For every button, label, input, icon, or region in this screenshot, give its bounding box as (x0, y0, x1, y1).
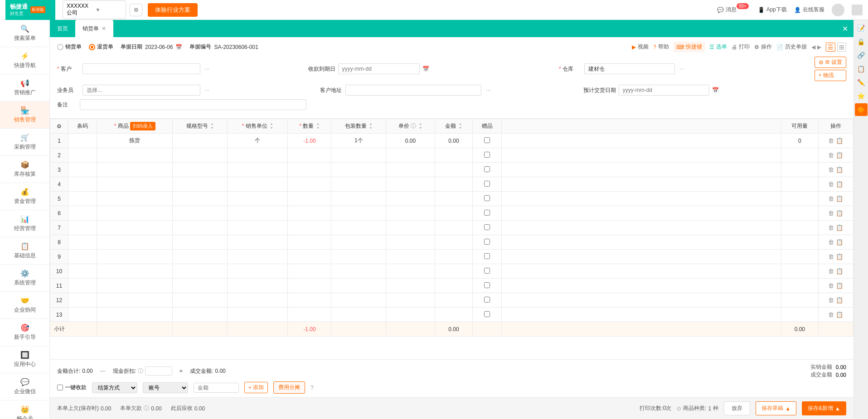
list-view-icon[interactable]: ☰ (826, 43, 835, 52)
scan-button[interactable]: 扫码录入 (130, 122, 155, 130)
expense-split-button[interactable]: 费用分摊 (273, 381, 305, 394)
close-window-icon[interactable]: ✕ (837, 24, 853, 33)
delete-row-icon[interactable]: 🗑 (828, 166, 834, 173)
save-new-dropdown-icon[interactable]: ▲ (835, 405, 840, 412)
warehouse-input[interactable] (584, 63, 675, 74)
copy-row-icon[interactable]: 📋 (836, 297, 843, 303)
price-info-icon[interactable]: ⓘ (411, 123, 416, 129)
radio-return-order[interactable]: 退货单 (89, 43, 113, 51)
customer-input[interactable] (82, 63, 200, 74)
gift-checkbox[interactable] (484, 253, 490, 259)
radio-sale-order[interactable]: 销货单 (57, 43, 82, 51)
prev-page-icon[interactable]: ◀ (811, 44, 815, 50)
sidebar-item-marketing[interactable]: 📢 营销推广 (0, 74, 49, 101)
copy-row-icon[interactable]: 📋 (836, 181, 843, 188)
gift-checkbox[interactable] (484, 239, 490, 245)
right-panel-edit-icon[interactable]: ✏️ (855, 76, 868, 89)
copy-row-icon[interactable]: 📋 (836, 282, 843, 289)
copy-row-icon[interactable]: 📋 (836, 166, 843, 173)
payment-due-input[interactable] (338, 63, 420, 74)
one-click-payment-checkbox[interactable]: 一键收款 (57, 384, 87, 391)
sidebar-item-sales[interactable]: 🏪 销售管理 (0, 101, 49, 129)
sidebar-item-operations[interactable]: 📊 经营管理 (0, 210, 49, 237)
sidebar-item-inventory[interactable]: 📦 库存核算 (0, 156, 49, 183)
app-download-button[interactable]: 📱 App下载 (758, 6, 787, 14)
delete-row-icon[interactable]: 🗑 (828, 253, 834, 260)
row-pack-qty[interactable]: 1个 (331, 134, 386, 148)
gift-checkbox[interactable] (484, 195, 490, 201)
video-btn[interactable]: ▶ 视频 (632, 43, 649, 51)
delete-row-icon[interactable]: 🗑 (828, 297, 834, 303)
copy-row-icon[interactable]: 📋 (836, 210, 843, 217)
select-btn[interactable]: ☰ 选单 (709, 43, 727, 51)
row-gift[interactable] (473, 134, 501, 148)
copy-row-icon[interactable]: 📋 (836, 268, 843, 275)
help-btn[interactable]: ? 帮助 (653, 43, 669, 51)
delete-row-icon[interactable]: 🗑 (828, 152, 834, 159)
right-panel-alert-icon[interactable]: 🔶 (855, 103, 868, 116)
user-avatar[interactable] (832, 4, 844, 16)
sidebar-item-wechat[interactable]: 💬 企业微信 (0, 373, 49, 400)
expense-info-icon[interactable]: ? (310, 385, 314, 391)
logistics-button[interactable]: + 物流 (815, 70, 846, 81)
copy-row-icon[interactable]: 📋 (836, 311, 843, 318)
row-price[interactable]: 0.00 (386, 134, 435, 148)
copy-row-icon[interactable]: 📋 (836, 137, 843, 144)
gift-checkbox[interactable] (484, 137, 490, 143)
gift-checkbox[interactable] (484, 152, 490, 158)
gift-checkbox[interactable] (484, 210, 490, 216)
copy-row-icon[interactable]: 📋 (836, 195, 843, 202)
copy-row-icon[interactable]: 📋 (836, 152, 843, 159)
right-panel-lock-icon[interactable]: 🔒 (855, 35, 868, 48)
sidebar-item-apps[interactable]: 🔲 应用中心 (0, 346, 49, 373)
remark-input[interactable] (80, 99, 306, 110)
customer-addr-input[interactable] (345, 85, 481, 96)
salesperson-input[interactable] (82, 85, 200, 96)
sidebar-item-guide[interactable]: 🎯 新手引导 (0, 319, 49, 346)
shortcut-btn[interactable]: ⌨ 快捷键 (674, 42, 705, 52)
grid-view-icon[interactable]: ⊞ (837, 43, 846, 52)
warehouse-dots-icon[interactable]: ··· (679, 66, 684, 72)
history-btn[interactable]: 📄 历史单据 (776, 43, 807, 51)
row-product[interactable]: 拣货 (97, 134, 173, 148)
online-support-button[interactable]: 👤 在线客服 (794, 6, 824, 14)
right-panel-link-icon[interactable]: 🔗 (855, 49, 868, 62)
account-select[interactable]: 账号 (143, 382, 188, 393)
gift-checkbox[interactable] (484, 297, 490, 303)
sidebar-item-member[interactable]: 👑 畅会员 (0, 400, 49, 419)
sidebar-item-quick-nav[interactable]: ⚡ 快捷导航 (0, 47, 49, 74)
th-settings[interactable]: ⚙ (50, 119, 68, 134)
right-panel-star-icon[interactable]: ⭐ (855, 90, 868, 102)
delivery-cal-icon[interactable]: 📅 (712, 87, 719, 93)
right-panel-note-icon[interactable]: 📝 (855, 22, 868, 34)
delete-row-icon[interactable]: 🗑 (828, 282, 834, 289)
action-btn[interactable]: ⚙ 操作 (754, 43, 772, 51)
payment-amount-input[interactable] (194, 383, 239, 393)
gift-checkbox[interactable] (484, 282, 490, 288)
delete-row-icon[interactable]: 🗑 (828, 224, 834, 231)
gift-checkbox[interactable] (484, 311, 490, 317)
owe-info-icon[interactable]: ⓘ (144, 405, 149, 412)
print-btn[interactable]: 🖨 打印 (732, 43, 750, 51)
copy-row-icon[interactable]: 📋 (836, 224, 843, 231)
gift-checkbox[interactable] (484, 268, 490, 274)
sidebar-item-system[interactable]: ⚙️ 系统管理 (0, 265, 49, 292)
company-selector[interactable]: XXXXXX公司 ▼ (63, 0, 126, 19)
calendar-icon[interactable]: 📅 (175, 44, 182, 50)
discount-info-icon[interactable]: ⓘ (138, 367, 143, 375)
table-settings-icon[interactable]: ⚙ (57, 123, 62, 130)
draft-dropdown-icon[interactable]: ▲ (785, 405, 790, 412)
next-page-icon[interactable]: ▶ (817, 44, 821, 50)
sidebar-item-basic[interactable]: 📋 基础信息 (0, 237, 49, 265)
row-amount[interactable]: 0.00 (435, 134, 473, 148)
row-qty[interactable]: -1.00 (288, 134, 331, 148)
delete-row-icon[interactable]: 🗑 (828, 137, 834, 144)
delete-row-icon[interactable]: 🗑 (828, 210, 834, 217)
tab-home[interactable]: 首页 (50, 20, 75, 37)
copy-row-icon[interactable]: 📋 (836, 253, 843, 260)
discount-input[interactable] (145, 366, 172, 376)
right-panel-clipboard-icon[interactable]: 📋 (855, 63, 868, 75)
save-draft-button[interactable]: 保存草稿 ▲ (756, 401, 796, 415)
copy-row-icon[interactable]: 📋 (836, 239, 843, 246)
sidebar-item-search[interactable]: 🔍 搜索菜单 (0, 20, 49, 47)
